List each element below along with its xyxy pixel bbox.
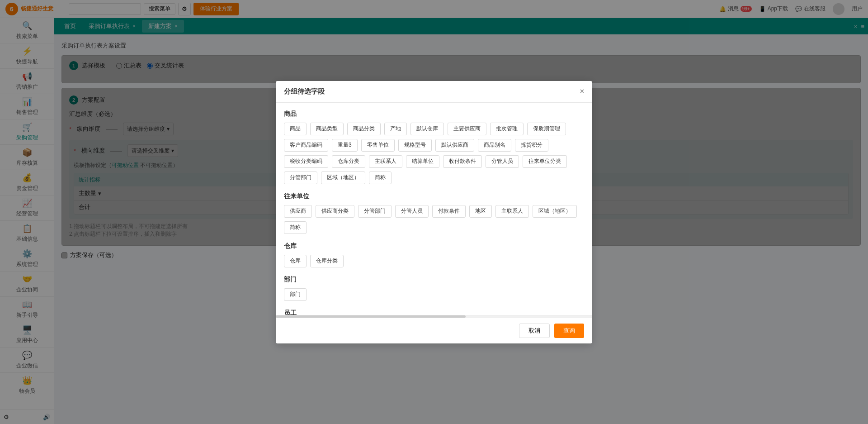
modal: 分组待选字段 × 商品 商品 商品类型 商品分类 产地 默认仓库 主要供应商 批… xyxy=(276,81,592,343)
tag-main-supplier[interactable]: 主要供应商 xyxy=(448,123,486,135)
warehouse-tags: 仓库 仓库分类 xyxy=(284,255,584,267)
modal-hscroll-thumb xyxy=(276,315,466,318)
tag-expiry-mgmt[interactable]: 保质期管理 xyxy=(527,123,566,135)
modal-footer: 取消 查询 xyxy=(276,318,592,343)
tag-warehouse[interactable]: 仓库 xyxy=(284,255,307,267)
modal-title: 分组待选字段 xyxy=(284,87,325,96)
tag-dept[interactable]: 分管部门 xyxy=(284,172,317,184)
modal-close-button[interactable]: × xyxy=(580,87,584,95)
tag-region2[interactable]: 区域（地区） xyxy=(533,205,577,218)
tag-supervisor2[interactable]: 分管人员 xyxy=(395,205,429,218)
tag-short-name2[interactable]: 简称 xyxy=(284,221,307,234)
tag-product-type[interactable]: 商品类型 xyxy=(310,123,344,135)
tag-product-category[interactable]: 商品分类 xyxy=(347,123,381,135)
tag-warehouse-category[interactable]: 仓库分类 xyxy=(332,155,365,168)
field-group-partner: 往来单位 供应商 供应商分类 分管部门 分管人员 付款条件 地区 主联系人 区域… xyxy=(284,192,584,234)
tag-main-contact[interactable]: 主联系人 xyxy=(369,155,402,168)
tag-product[interactable]: 商品 xyxy=(284,123,307,135)
field-group-staff: 员工 业务员 xyxy=(284,309,584,315)
modal-hscroll[interactable] xyxy=(276,315,592,318)
tag-product-alias[interactable]: 商品别名 xyxy=(478,139,511,152)
tag-warehouse-cat[interactable]: 仓库分类 xyxy=(310,255,344,267)
field-group-department-title: 部门 xyxy=(284,276,584,284)
department-tags: 部门 xyxy=(284,288,584,301)
tag-dept2[interactable]: 分管部门 xyxy=(358,205,392,218)
field-group-product: 商品 商品 商品类型 商品分类 产地 默认仓库 主要供应商 批次管理 保质期管理… xyxy=(284,110,584,184)
tag-department[interactable]: 部门 xyxy=(284,288,307,301)
tag-settlement-unit[interactable]: 结算单位 xyxy=(406,155,439,168)
tag-weight3[interactable]: 重量3 xyxy=(332,139,358,152)
tag-customer-code[interactable]: 客户商品编码 xyxy=(284,139,328,152)
field-group-staff-title: 员工 xyxy=(284,309,584,315)
tag-short-name[interactable]: 简称 xyxy=(369,172,392,184)
tag-batch-mgmt[interactable]: 批次管理 xyxy=(490,123,524,135)
modal-body[interactable]: 商品 商品 商品类型 商品分类 产地 默认仓库 主要供应商 批次管理 保质期管理… xyxy=(276,103,592,315)
field-group-partner-title: 往来单位 xyxy=(284,192,584,200)
tag-payment-terms2[interactable]: 付款条件 xyxy=(432,205,466,218)
tag-tax-code[interactable]: 税收分类编码 xyxy=(284,155,328,168)
tag-area[interactable]: 地区 xyxy=(469,205,492,218)
tag-origin[interactable]: 产地 xyxy=(384,123,407,135)
product-tags: 商品 商品类型 商品分类 产地 默认仓库 主要供应商 批次管理 保质期管理 客户… xyxy=(284,123,584,184)
tag-supplier[interactable]: 供应商 xyxy=(284,205,312,218)
field-group-warehouse-title: 仓库 xyxy=(284,242,584,250)
tag-partner-category[interactable]: 往来单位分类 xyxy=(523,155,567,168)
tag-region[interactable]: 区域（地区） xyxy=(321,172,365,184)
tag-main-contact2[interactable]: 主联系人 xyxy=(495,205,529,218)
field-group-product-title: 商品 xyxy=(284,110,584,118)
field-group-warehouse: 仓库 仓库 仓库分类 xyxy=(284,242,584,267)
tag-payment-terms[interactable]: 收付款条件 xyxy=(443,155,482,168)
tag-spec-model[interactable]: 规格型号 xyxy=(398,139,432,152)
tag-pick-points[interactable]: 拣货积分 xyxy=(515,139,548,152)
modal-header: 分组待选字段 × xyxy=(276,81,592,103)
field-group-department: 部门 部门 xyxy=(284,276,584,301)
modal-overlay: 分组待选字段 × 商品 商品 商品类型 商品分类 产地 默认仓库 主要供应商 批… xyxy=(0,0,868,424)
modal-confirm-button[interactable]: 查询 xyxy=(554,324,584,338)
tag-supervisor[interactable]: 分管人员 xyxy=(486,155,519,168)
tag-default-warehouse[interactable]: 默认仓库 xyxy=(410,123,444,135)
tag-default-supplier[interactable]: 默认供应商 xyxy=(435,139,474,152)
tag-supplier-category[interactable]: 供应商分类 xyxy=(316,205,354,218)
partner-tags: 供应商 供应商分类 分管部门 分管人员 付款条件 地区 主联系人 区域（地区） … xyxy=(284,205,584,234)
tag-retail-unit[interactable]: 零售单位 xyxy=(361,139,395,152)
modal-cancel-button[interactable]: 取消 xyxy=(519,324,550,338)
